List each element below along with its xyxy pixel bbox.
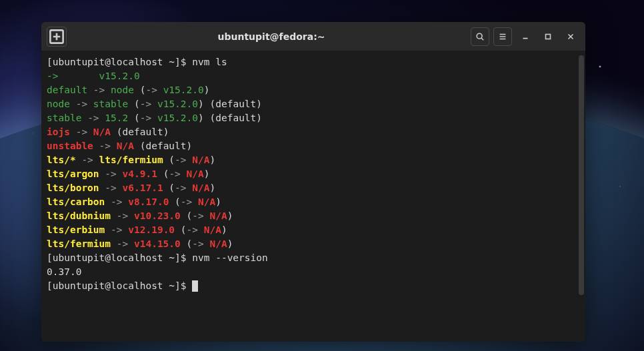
prompt-text: [ubuntupit@localhost ~]$ (47, 57, 192, 67)
version-text: v15.2.0 (99, 71, 140, 81)
menu-button[interactable] (493, 27, 512, 46)
terminal-line: iojs -> N/A (default) (47, 125, 580, 139)
command-text: nvm ls (192, 57, 227, 67)
prompt-text: [ubuntupit@localhost ~]$ (47, 252, 192, 263)
terminal-line: lts/carbon -> v8.17.0 (-> N/A) (47, 195, 580, 209)
terminal-line: lts/erbium -> v12.19.0 (-> N/A) (47, 223, 580, 237)
terminal-line: node -> stable (-> v15.2.0) (default) (47, 97, 580, 111)
arrow: -> (47, 71, 58, 81)
search-button[interactable] (471, 27, 489, 46)
new-tab-button[interactable] (47, 27, 67, 47)
scrollbar[interactable] (579, 55, 584, 295)
terminal-line: default -> node (-> v15.2.0) (47, 83, 580, 97)
terminal-line: lts/fermium -> v14.15.0 (-> N/A) (47, 237, 580, 251)
terminal-line: stable -> 15.2 (-> v15.2.0) (default) (47, 111, 580, 125)
terminal-line: lts/boron -> v6.17.1 (-> N/A) (47, 181, 580, 195)
svg-point-3 (477, 33, 482, 39)
svg-rect-9 (546, 34, 551, 39)
minimize-button[interactable] (516, 27, 535, 46)
terminal-line: [ubuntupit@localhost ~]$ (47, 279, 580, 293)
terminal-line: lts/argon -> v4.9.1 (-> N/A) (47, 167, 580, 181)
terminal-line: 0.37.0 (47, 265, 580, 279)
terminal-line: [ubuntupit@localhost ~]$ nvm ls (47, 55, 580, 69)
version-output: 0.37.0 (47, 266, 81, 277)
maximize-button[interactable] (539, 27, 557, 46)
cursor (192, 280, 198, 292)
window-title: ubuntupit@fedora:~ (72, 31, 471, 42)
terminal-window: ubuntupit@fedora:~ [ubuntupit@localhost … (41, 22, 585, 342)
window-controls (471, 27, 580, 46)
terminal-body[interactable]: [ubuntupit@localhost ~]$ nvm ls -> v15.2… (41, 51, 585, 342)
terminal-line: [ubuntupit@localhost ~]$ nvm --version (47, 251, 580, 265)
terminal-line: unstable -> N/A (default) (47, 139, 580, 153)
terminal-line: -> v15.2.0 (47, 69, 580, 83)
terminal-line: lts/* -> lts/fermium (-> N/A) (47, 153, 580, 167)
close-button[interactable] (561, 27, 580, 46)
terminal-line: lts/dubnium -> v10.23.0 (-> N/A) (47, 209, 580, 223)
command-text: nvm --version (192, 252, 268, 263)
svg-line-4 (481, 38, 483, 40)
prompt-text: [ubuntupit@localhost ~]$ (47, 280, 192, 291)
titlebar: ubuntupit@fedora:~ (41, 22, 585, 51)
